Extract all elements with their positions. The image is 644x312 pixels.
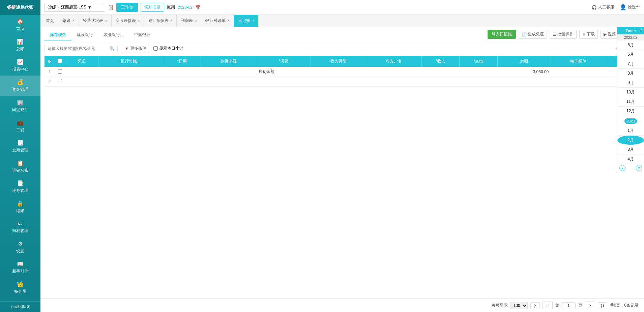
next-page-button[interactable]: ＞ (585, 302, 595, 309)
row-checkbox[interactable] (58, 79, 62, 83)
batch-icon: ☰ (553, 32, 556, 37)
sidebar-item-invoice[interactable]: 🧾 发票管理 (0, 136, 40, 157)
sidebar-item-label: 固定资产 (12, 107, 28, 113)
sidebar-item-archive[interactable]: 🗂 归档管理 (0, 217, 40, 237)
first-page-button[interactable]: ⟨⟨ (530, 302, 540, 309)
tab-receivable[interactable]: 应收账款表 × (112, 15, 144, 27)
company-select[interactable]: (勿册）江西超宝-LSS ▼ (45, 3, 105, 12)
invoice-icon: 🧾 (17, 140, 24, 146)
sidebar-item-label: 发票管理 (12, 147, 28, 153)
date-month-2023-4[interactable]: 4月 (617, 154, 644, 164)
sidebar-item-home[interactable]: 🏠 首页 (0, 15, 40, 35)
date-month-10[interactable]: 10月 (617, 88, 644, 97)
oldver-button[interactable]: 切到旧版 (141, 3, 164, 12)
voucher-button[interactable]: 📄 生成凭证 (519, 30, 547, 39)
sidebar-item-label: 进销台账 (12, 168, 28, 173)
copy-icon[interactable]: 📋 (108, 5, 114, 10)
import-button[interactable]: 导入日记账 (488, 30, 516, 39)
support-link[interactable]: 🎧 人工客服 (592, 4, 614, 10)
date-month-2023-2[interactable]: 2月 (617, 136, 644, 145)
tab-close-icon[interactable]: × (228, 19, 230, 23)
calendar-icon[interactable]: 📅 (195, 5, 200, 10)
date-panel-close[interactable]: × (641, 28, 643, 32)
date-month-9[interactable]: 9月 (617, 78, 644, 88)
search-input[interactable] (48, 46, 108, 51)
voucher-label: 生成凭证 (528, 31, 544, 37)
tab-bankreconcile[interactable]: 银行对账单 × (201, 15, 234, 27)
sub-tab-cash[interactable]: 库存现金 (45, 30, 71, 40)
sidebar-item-report[interactable]: 📈 报表中心 (0, 55, 40, 76)
tab-label: 经营状况表 (83, 18, 103, 24)
select-all-checkbox[interactable] (58, 59, 62, 63)
tab-close-icon[interactable]: × (171, 19, 173, 23)
page-size-select[interactable]: 100 50 200 (510, 302, 528, 309)
last-page-button[interactable]: ⟩⟩ (598, 302, 607, 309)
tab-close-icon[interactable]: × (105, 19, 107, 23)
tab-assets[interactable]: 资产负债表 × (144, 15, 177, 27)
sidebar-item-settings[interactable]: ⚙ 设置 (0, 237, 40, 257)
col-check[interactable] (55, 56, 65, 67)
download-icon: ⬇ (582, 32, 586, 37)
row-check[interactable] (55, 67, 65, 77)
date-month-7[interactable]: 7月 (617, 59, 644, 69)
download-label: 下载 (587, 31, 595, 37)
row-voucher (65, 77, 98, 87)
show-daily-checkbox-wrap[interactable]: 显示本日小计 (153, 46, 183, 51)
archive-icon: 🗂 (18, 221, 23, 227)
sidebar-item-label: 总账 (16, 46, 24, 52)
workbench-button[interactable]: 工作台 (116, 3, 138, 12)
row-source (201, 77, 256, 87)
date-month-5[interactable]: 5月 (617, 40, 644, 50)
sidebar-item-capital[interactable]: 💰 资金管理 (0, 76, 40, 96)
row-check[interactable] (55, 77, 65, 87)
tab-close-icon[interactable]: × (252, 19, 254, 23)
tab-status[interactable]: 经营状况表 × (79, 15, 112, 27)
collapse-btn[interactable]: ◁◁ 取消固定 (0, 301, 40, 312)
date-month-11[interactable]: 11月 (617, 97, 644, 107)
sidebar-item-salary[interactable]: 💼 工资 (0, 116, 40, 136)
user-menu[interactable]: 👤 徐逞华 (620, 4, 640, 10)
page-input[interactable] (562, 302, 576, 309)
sidebar-item-fixed[interactable]: 🏢 固定资产 (0, 96, 40, 116)
batch-button[interactable]: ☰ 批量操作 (550, 30, 577, 39)
show-daily-checkbox[interactable] (153, 46, 158, 51)
capital-icon: 💰 (17, 79, 24, 85)
date-year-2022-header: 2022.02 (617, 34, 644, 40)
month-label: 12月 (626, 109, 635, 113)
date-month-12[interactable]: 12月 (617, 107, 644, 116)
sidebar-item-guide[interactable]: 📖 新手引导 (0, 257, 40, 278)
sub-tab-ccb[interactable]: 建设银行 (71, 30, 98, 40)
sub-tab-boc[interactable]: 中国银行 (129, 30, 156, 40)
tab-journal[interactable]: 日记账 × (234, 15, 259, 27)
date-month-8[interactable]: 8月 (617, 69, 644, 78)
download-button[interactable]: ⬇ 下载 (579, 30, 598, 39)
date-month-6[interactable]: 6月 (617, 50, 644, 59)
nav-down-button[interactable]: ▼ (636, 165, 642, 171)
col-settings[interactable]: ⚙ (45, 56, 55, 67)
sub-tab-abc[interactable]: 农业银行... (98, 30, 129, 40)
sidebar-item-closing[interactable]: 🔒 结账 (0, 197, 40, 217)
tab-close-icon[interactable]: × (138, 19, 140, 23)
row-checkbox[interactable] (58, 69, 62, 74)
row-date (163, 67, 201, 77)
video-button[interactable]: ▶ 视频 (601, 30, 619, 39)
tab-label: 首页 (46, 18, 54, 24)
search-icon[interactable]: 🔍 (110, 46, 115, 51)
col-voucher: 凭证 (65, 56, 98, 67)
tab-home[interactable]: 首页 (42, 15, 58, 27)
sidebar-item-tax[interactable]: 📑 税务管理 (0, 177, 40, 197)
prev-page-button[interactable]: ＜ (543, 302, 553, 309)
date-month-2023-3[interactable]: 3月 (617, 145, 644, 154)
tab-profit[interactable]: 利润表 × (177, 15, 201, 27)
tab-close-icon[interactable]: × (72, 19, 75, 23)
period-value[interactable]: 2023-02 (178, 5, 193, 10)
sidebar-item-member[interactable]: 👑 畅会员 (0, 278, 40, 298)
tab-ledger[interactable]: 总账 × (58, 15, 79, 27)
sidebar-item-ledger[interactable]: 📊 总账 (0, 35, 40, 55)
more-filter-button[interactable]: ▼ 更多条件 (122, 44, 149, 53)
nav-up-button[interactable]: ▲ (619, 165, 625, 171)
sidebar-item-purchase[interactable]: 📋 进销台账 (0, 157, 40, 177)
tab-close-icon[interactable]: × (195, 19, 197, 23)
sidebar-item-label: 资金管理 (12, 87, 28, 92)
date-month-2023-1[interactable]: 1月 (617, 126, 644, 136)
